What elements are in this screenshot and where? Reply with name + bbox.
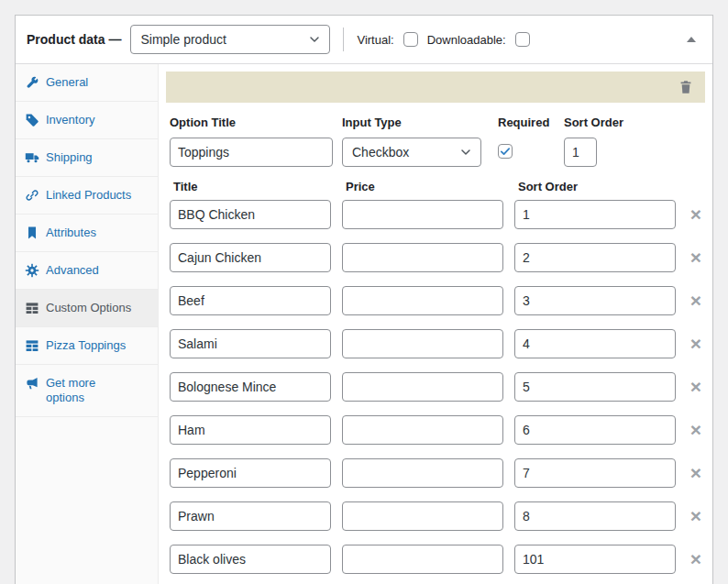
items-price-header: Price: [342, 180, 503, 193]
page-title: Product data —: [27, 32, 121, 47]
metabox-header: Product data — Simple product Virtual: D…: [16, 16, 712, 64]
option-item-row: ×: [170, 415, 701, 445]
downloadable-label[interactable]: Downloadable:: [427, 33, 506, 47]
sidebar-item-label: Attributes: [46, 226, 96, 240]
wrench-icon: [25, 75, 39, 90]
item-title-input[interactable]: [170, 200, 331, 229]
item-price-input[interactable]: [342, 415, 503, 445]
sidebar-item-get-more-options[interactable]: Get more options: [16, 365, 158, 417]
option-card-body: Option Title Input Type Required Sort Or…: [166, 103, 705, 574]
input-type-select[interactable]: Checkbox: [342, 138, 481, 167]
sort-order-label: Sort Order: [564, 116, 628, 129]
remove-item-button[interactable]: ×: [687, 200, 705, 229]
item-title-input[interactable]: [170, 501, 331, 531]
sidebar-item-label: Inventory: [46, 113, 94, 127]
item-price-input[interactable]: [342, 286, 503, 315]
item-title-input[interactable]: [170, 545, 331, 574]
option-card: Option Title Input Type Required Sort Or…: [166, 72, 705, 574]
option-items: × × × × × × × × ×: [170, 200, 701, 574]
item-title-input[interactable]: [170, 458, 331, 488]
sidebar-item-general[interactable]: General: [16, 64, 158, 102]
collapse-arrow-icon: [687, 37, 696, 42]
tag-icon: [25, 113, 39, 127]
option-title-label: Option Title: [170, 116, 333, 129]
item-price-input[interactable]: [342, 501, 503, 531]
sidebar-item-label: Pizza Toppings: [46, 338, 126, 353]
item-sort-input[interactable]: [514, 545, 676, 574]
gear-icon: [25, 263, 39, 278]
required-checkbox[interactable]: [498, 144, 513, 159]
item-price-input[interactable]: [342, 545, 503, 574]
item-sort-input[interactable]: [514, 329, 676, 358]
sidebar-item-label: Custom Options: [46, 301, 131, 315]
item-price-input[interactable]: [342, 458, 503, 488]
remove-item-button[interactable]: ×: [687, 501, 705, 531]
item-sort-input[interactable]: [514, 372, 676, 402]
product-type-select[interactable]: Simple product: [130, 25, 330, 54]
item-sort-input[interactable]: [514, 458, 676, 488]
sidebar-item-shipping[interactable]: Shipping: [16, 139, 158, 177]
product-data-metabox: Product data — Simple product Virtual: D…: [15, 15, 713, 584]
option-item-row: ×: [170, 243, 701, 272]
option-fields: Option Title Input Type Required Sort Or…: [170, 116, 701, 167]
sidebar-item-pizza-toppings[interactable]: Pizza Toppings: [16, 327, 158, 365]
input-type-label: Input Type: [342, 116, 489, 129]
item-sort-input[interactable]: [514, 243, 676, 272]
sidebar-item-linked-products[interactable]: Linked Products: [16, 177, 158, 215]
option-item-row: ×: [170, 372, 701, 402]
trash-icon: [678, 79, 694, 95]
sidebar-item-inventory[interactable]: Inventory: [16, 102, 158, 139]
remove-item-button[interactable]: ×: [687, 415, 705, 445]
link-icon: [25, 188, 39, 203]
required-label: Required: [498, 116, 555, 129]
input-type-value: Checkbox: [352, 145, 409, 160]
sidebar-item-label: Linked Products: [46, 188, 131, 203]
option-item-row: ×: [170, 286, 701, 315]
sidebar-item-custom-options[interactable]: Custom Options: [16, 290, 158, 327]
check-icon: [499, 145, 512, 158]
remove-item-button[interactable]: ×: [687, 286, 705, 315]
option-item-row: ×: [170, 545, 701, 574]
megaphone-icon: [25, 376, 39, 391]
item-title-input[interactable]: [170, 415, 331, 445]
item-price-input[interactable]: [342, 372, 503, 402]
collapse-toggle-button[interactable]: [681, 31, 701, 48]
table-icon: [25, 301, 39, 315]
items-sort-header: Sort Order: [514, 180, 676, 193]
remove-item-button[interactable]: ×: [687, 243, 705, 272]
sidebar-item-advanced[interactable]: Advanced: [16, 252, 158, 290]
option-item-row: ×: [170, 501, 701, 531]
item-title-input[interactable]: [170, 243, 331, 272]
item-title-input[interactable]: [170, 286, 331, 315]
product-data-tabs: GeneralInventoryShippingLinked ProductsA…: [16, 64, 159, 584]
sidebar-item-label: Shipping: [46, 150, 93, 165]
sidebar-item-label: General: [46, 75, 88, 90]
item-title-input[interactable]: [170, 329, 331, 358]
header-divider: [343, 28, 344, 51]
sidebar-item-attributes[interactable]: Attributes: [16, 215, 158, 252]
item-price-input[interactable]: [342, 243, 503, 272]
item-price-input[interactable]: [342, 200, 503, 229]
remove-item-button[interactable]: ×: [687, 458, 705, 488]
item-sort-input[interactable]: [514, 286, 676, 315]
remove-item-button[interactable]: ×: [687, 545, 705, 574]
item-price-input[interactable]: [342, 329, 503, 358]
option-item-row: ×: [170, 458, 701, 488]
remove-item-button[interactable]: ×: [687, 329, 705, 358]
remove-item-button[interactable]: ×: [687, 372, 705, 402]
option-sort-order-input[interactable]: [564, 138, 597, 167]
item-sort-input[interactable]: [514, 200, 676, 229]
downloadable-checkbox[interactable]: [515, 32, 530, 47]
virtual-checkbox[interactable]: [403, 32, 418, 47]
item-title-input[interactable]: [170, 372, 331, 402]
item-sort-input[interactable]: [514, 501, 676, 531]
product-type-value: Simple product: [140, 32, 226, 47]
virtual-label[interactable]: Virtual:: [357, 33, 393, 47]
bookmark-icon: [25, 226, 39, 240]
item-sort-input[interactable]: [514, 415, 676, 445]
delete-option-button[interactable]: [676, 77, 696, 97]
metabox-body: GeneralInventoryShippingLinked ProductsA…: [16, 64, 712, 584]
chevron-down-icon: [307, 32, 322, 47]
option-title-input[interactable]: [170, 138, 333, 167]
options-panel: Option Title Input Type Required Sort Or…: [159, 64, 712, 584]
